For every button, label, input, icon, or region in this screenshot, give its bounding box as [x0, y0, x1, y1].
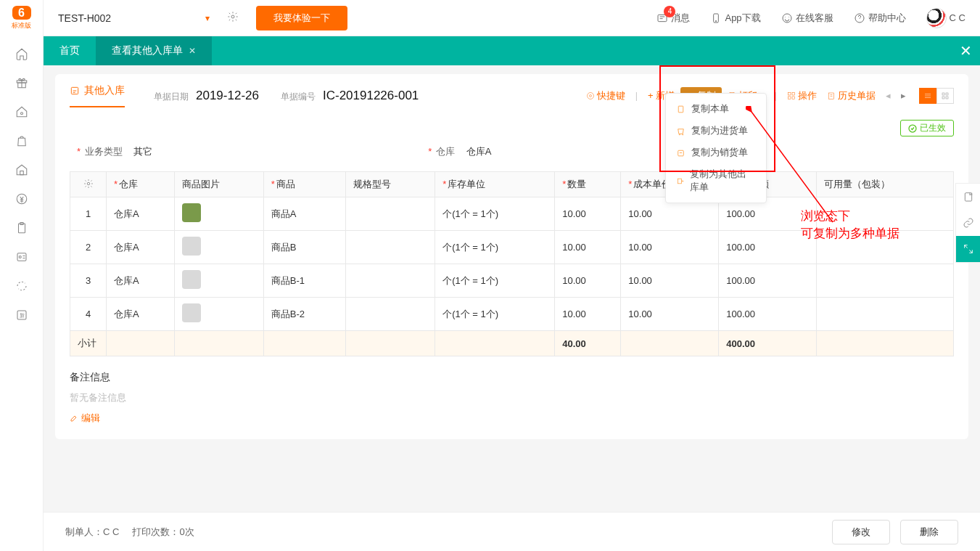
col-avail: 可用量（包装） [817, 172, 954, 197]
sub-tab-other-inbound[interactable]: 其他入库 [70, 84, 125, 107]
table-row[interactable]: 3仓库A商品B-1个(1个 = 1个)10.0010.00100.00 [70, 264, 954, 298]
doc-date-value: 2019-12-26 [196, 89, 259, 103]
nav-warehouse-icon[interactable] [0, 155, 44, 184]
edition-label: 标准版 [12, 21, 31, 30]
nav-new-icon[interactable]: 新 [0, 301, 44, 330]
view-grid-button[interactable] [936, 88, 954, 104]
history-button[interactable]: 历史单据 [823, 87, 880, 105]
subtotal-qty: 40.00 [555, 331, 621, 356]
edit-remarks-button[interactable]: 编辑 [70, 412, 954, 425]
svg-point-2 [20, 113, 22, 115]
view-toggle [919, 88, 954, 104]
nav-badge-icon[interactable] [0, 242, 44, 272]
row-warehouse: 仓库A [107, 197, 175, 231]
row-spec [346, 197, 435, 231]
support-link[interactable]: 在线客服 [781, 12, 833, 25]
row-spec [346, 298, 435, 331]
svg-point-19 [589, 94, 591, 97]
table-row[interactable]: 4仓库A商品B-2个(1个 = 1个)10.0010.00100.00 [70, 298, 954, 331]
prev-doc-button[interactable]: ◂ [881, 88, 895, 103]
svg-point-37 [679, 134, 680, 134]
row-image [174, 298, 263, 331]
row-avail [817, 197, 954, 231]
row-qty: 10.00 [555, 231, 621, 264]
copy-as-purchase[interactable]: 复制为进货单 [666, 120, 766, 142]
delete-button[interactable]: 删除 [900, 520, 958, 544]
nav-bag-icon[interactable] [0, 126, 44, 155]
company-selector[interactable]: TEST-H002 ▾ [58, 12, 210, 24]
support-label: 在线客服 [796, 12, 833, 25]
table-row[interactable]: 2仓库A商品B个(1个 = 1个)10.0010.00100.00 [70, 231, 954, 264]
avatar [926, 8, 947, 28]
subtotal-row: 小计40.00400.00 [70, 331, 954, 356]
doc-no-value: IC-20191226-001 [323, 89, 419, 103]
form-row: * 业务类型 其它 * 仓库 仓库A [55, 141, 968, 171]
col-image: 商品图片 [174, 172, 263, 197]
next-doc-button[interactable]: ▸ [897, 88, 910, 103]
operations-button[interactable]: 操作 [783, 87, 821, 105]
help-link[interactable]: 帮助中心 [854, 12, 906, 25]
copy-this-doc[interactable]: 复制本单 [666, 98, 766, 120]
col-product: *商品 [263, 172, 345, 197]
col-warehouse: *仓库 [107, 172, 175, 197]
svg-rect-40 [678, 179, 681, 184]
row-unit: 个(1个 = 1个) [435, 264, 555, 298]
quick-expand-icon[interactable] [956, 236, 980, 262]
close-all-tabs[interactable]: ✕ [951, 36, 980, 65]
tab-home[interactable]: 首页 [44, 36, 96, 65]
messages-link[interactable]: 消息 4 [656, 12, 690, 25]
nav-home-icon[interactable] [0, 39, 44, 68]
topbar: TEST-H002 ▾ 我要体验一下 消息 4 App下载 在 [44, 0, 980, 36]
copy-as-other-outbound[interactable]: 复制为其他出库单 [666, 163, 766, 198]
logo-icon: 6 [12, 6, 31, 20]
row-warehouse: 仓库A [107, 298, 175, 331]
quick-link-icon[interactable] [956, 210, 980, 236]
items-table: *仓库 商品图片 *商品 规格型号 *库存单位 *数量 *成本单价 *成本金额 … [70, 171, 954, 356]
modify-button[interactable]: 修改 [832, 520, 890, 544]
head-actions: 快捷键 | + 新增 复制 打印 [582, 87, 954, 105]
svg-rect-28 [792, 97, 795, 99]
view-list-button[interactable] [919, 88, 936, 104]
row-product: 商品B-1 [263, 264, 345, 298]
row-price: 10.00 [621, 264, 719, 298]
app-download-link[interactable]: App下载 [710, 12, 760, 25]
nav-money-icon[interactable] [0, 184, 44, 213]
row-qty: 10.00 [555, 197, 621, 231]
shortcut-button[interactable]: 快捷键 [582, 87, 630, 105]
try-button[interactable]: 我要体验一下 [256, 6, 347, 30]
row-amount: 100.00 [719, 298, 817, 331]
row-qty: 10.00 [555, 298, 621, 331]
row-index: 3 [70, 264, 107, 298]
content-area: 其他入库 单据日期 2019-12-26 单据编号 IC-20191226-00… [44, 65, 980, 512]
svg-rect-26 [792, 92, 795, 95]
settings-icon[interactable] [227, 11, 239, 25]
nav-clipboard-icon[interactable] [0, 213, 44, 242]
row-unit: 个(1个 = 1个) [435, 197, 555, 231]
help-label: 帮助中心 [868, 12, 906, 25]
nav-gift-icon[interactable] [0, 68, 44, 97]
row-avail [817, 298, 954, 331]
tab-view-other-inbound[interactable]: 查看其他入库单 ✕ [96, 36, 212, 65]
brand-logo[interactable]: 6 标准版 [7, 6, 36, 30]
row-price: 10.00 [621, 231, 719, 264]
svg-rect-30 [942, 93, 944, 95]
user-menu[interactable]: C C [926, 8, 965, 28]
svg-rect-25 [788, 92, 791, 95]
row-image [174, 264, 263, 298]
row-unit: 个(1个 = 1个) [435, 231, 555, 264]
svg-point-35 [87, 182, 90, 185]
svg-rect-27 [788, 97, 791, 99]
nav-cycle-icon[interactable] [0, 272, 44, 301]
nav-deposit-icon[interactable] [0, 97, 44, 126]
svg-rect-32 [942, 97, 944, 99]
copy-as-sales[interactable]: 复制为销货单 [666, 142, 766, 163]
table-row[interactable]: 1仓库A商品A个(1个 = 1个)10.0010.00100.00 [70, 197, 954, 231]
user-name: C C [950, 12, 965, 23]
close-icon[interactable]: ✕ [189, 46, 196, 56]
col-spec: 规格型号 [346, 172, 435, 197]
col-settings[interactable] [70, 172, 107, 197]
sub-tab-label: 其他入库 [84, 84, 125, 97]
quick-note-icon[interactable] [956, 184, 980, 210]
tab-label: 查看其他入库单 [112, 44, 183, 57]
row-index: 4 [70, 298, 107, 331]
